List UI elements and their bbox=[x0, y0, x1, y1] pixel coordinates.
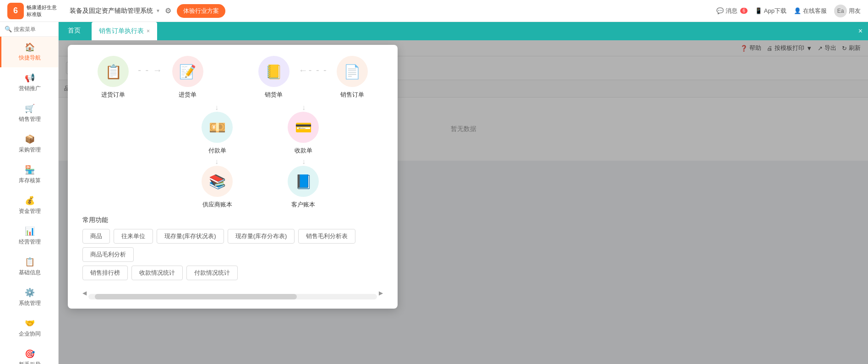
tab-bar: 首页 销售订单执行表 × × bbox=[59, 22, 868, 40]
download-icon: 📱 bbox=[755, 7, 762, 14]
payment-label: 付款单 bbox=[208, 147, 226, 155]
btn-receipt-stat[interactable]: 收款情况统计 bbox=[131, 266, 183, 280]
sidebar-item-purchase[interactable]: 📦 采购管理 bbox=[0, 129, 58, 159]
sidebar: 🔍 🏠 快捷导航 📢 营销推广 🛒 销售管理 📦 采购管理 🏪 库存核 bbox=[0, 22, 59, 364]
flow-node-payment[interactable]: 💴 付款单 bbox=[202, 112, 233, 155]
down-arrow-purchase: ↓ bbox=[215, 103, 218, 112]
settings-icon[interactable]: ⚙ bbox=[165, 6, 171, 15]
message-icon: 💬 bbox=[716, 7, 724, 14]
modal-overlay[interactable]: 📋 进货订单 - - → 📝 进货单 bbox=[59, 40, 868, 364]
tab-close-icon[interactable]: × bbox=[147, 28, 150, 34]
dashed-arrow-left: ←- - - bbox=[299, 65, 328, 76]
sales-order-icon: 📄 bbox=[337, 56, 368, 87]
search-bar[interactable]: 🔍 bbox=[0, 22, 58, 37]
marketing-icon: 📢 bbox=[25, 73, 35, 83]
content-area: 首页 销售订单执行表 × × ❓ 帮助 🖨 按模板打印 bbox=[59, 22, 868, 364]
system-dropdown-icon[interactable]: ▼ bbox=[156, 8, 160, 13]
inventory-icon: 🏪 bbox=[25, 165, 35, 175]
sidebar-item-system[interactable]: ⚙️ 系统管理 bbox=[0, 282, 58, 313]
payment-icon: 💴 bbox=[202, 112, 233, 143]
sales-bill-label: 销货单 bbox=[265, 91, 283, 99]
sales-order-label: 销售订单 bbox=[340, 91, 364, 99]
system-title: 装备及固定资产辅助管理系统 ▼ bbox=[70, 7, 160, 15]
receipt-label: 收款单 bbox=[295, 147, 312, 155]
tab-sales-order[interactable]: 销售订单执行表 × bbox=[92, 22, 157, 40]
flow-node-supplier-ledger[interactable]: 📚 供应商账本 bbox=[202, 166, 233, 209]
receipt-icon: 💳 bbox=[288, 112, 319, 143]
btn-trading-unit[interactable]: 往来单位 bbox=[114, 229, 153, 244]
message-badge: 6 bbox=[740, 8, 748, 14]
sales-bill-down: ↓ bbox=[278, 103, 329, 112]
trial-button[interactable]: 体验行业方案 bbox=[177, 4, 225, 18]
sidebar-item-sales[interactable]: 🛒 销售管理 bbox=[0, 98, 58, 129]
btn-stock-dist[interactable]: 现存量(库存分布表) bbox=[228, 229, 295, 244]
sidebar-item-enterprise[interactable]: 🤝 企业协同 bbox=[0, 313, 58, 343]
finance-icon: 💰 bbox=[25, 196, 35, 206]
avatar: Ea bbox=[834, 5, 847, 17]
modal-scrollbar-thumb bbox=[95, 294, 297, 299]
btn-product[interactable]: 商品 bbox=[82, 229, 110, 244]
sidebar-item-marketing[interactable]: 📢 营销推广 bbox=[0, 67, 58, 98]
customer-ledger-icon: 📘 bbox=[288, 166, 319, 197]
message-button[interactable]: 💬 消息 6 bbox=[716, 7, 748, 15]
app-wrapper: 6 畅康通好生意 标准版 装备及固定资产辅助管理系统 ▼ ⚙ 体验行业方案 💬 … bbox=[0, 0, 868, 364]
quick-nav-icon: 🏠 bbox=[25, 42, 35, 52]
search-input[interactable] bbox=[14, 26, 54, 33]
online-service-button[interactable]: 👤 在线客服 bbox=[794, 7, 827, 15]
btn-stock-status[interactable]: 现存量(库存状况表) bbox=[157, 229, 224, 244]
app-download-button[interactable]: 📱 App下载 bbox=[755, 7, 786, 15]
tab-home[interactable]: 首页 bbox=[59, 22, 90, 40]
flow-diagram-row3: 📚 供应商账本 📘 客户账本 bbox=[82, 166, 383, 209]
purchase-icon: 📦 bbox=[25, 134, 35, 144]
scroll-right-arrow[interactable]: ▶ bbox=[379, 290, 383, 296]
scroll-left-arrow[interactable]: ◀ bbox=[82, 290, 87, 296]
sidebar-item-basic-info[interactable]: 📋 基础信息 bbox=[0, 251, 58, 282]
top-bar: 6 畅康通好生意 标准版 装备及固定资产辅助管理系统 ▼ ⚙ 体验行业方案 💬 … bbox=[0, 0, 868, 22]
flow-node-purchase-bill[interactable]: 📝 进货单 bbox=[172, 56, 203, 99]
service-icon: 👤 bbox=[794, 7, 801, 14]
sidebar-item-operations[interactable]: 📊 经营管理 bbox=[0, 221, 58, 251]
system-icon: ⚙️ bbox=[25, 288, 35, 298]
search-icon: 🔍 bbox=[5, 26, 12, 33]
flow-diagram-row2: 💴 付款单 💳 收款单 bbox=[82, 112, 383, 155]
dashed-arrow-right: - - → bbox=[138, 65, 163, 76]
page-content: ❓ 帮助 🖨 按模板打印 ▼ ↗ 导出 ↻ 刷新 bbox=[59, 40, 868, 364]
flow-node-sales-order[interactable]: 📄 销售订单 bbox=[337, 56, 368, 99]
flow-node-customer-ledger[interactable]: 📘 客户账本 bbox=[288, 166, 319, 209]
btn-sales-rank[interactable]: 销售排行榜 bbox=[82, 266, 128, 280]
flow-down-arrows-row: ↓ ↓ bbox=[82, 103, 383, 112]
flow-node-receipt[interactable]: 💳 收款单 bbox=[288, 112, 319, 155]
btn-sales-profit[interactable]: 销售毛利分析表 bbox=[298, 229, 355, 244]
flow-node-sales-bill[interactable]: 📒 销货单 bbox=[258, 56, 289, 99]
flow-diagram-row1: 📋 进货订单 - - → 📝 进货单 bbox=[82, 56, 383, 99]
down-arrow-sales: ↓ bbox=[302, 103, 306, 112]
basic-info-icon: 📋 bbox=[25, 257, 35, 267]
top-right-actions: 💬 消息 6 📱 App下载 👤 在线客服 Ea 用友 bbox=[716, 5, 861, 17]
system-title-text: 装备及固定资产辅助管理系统 bbox=[70, 7, 153, 15]
modal-scrollbar[interactable] bbox=[88, 294, 377, 299]
sales-bill-icon: 📒 bbox=[258, 56, 289, 87]
purchase-bill-label: 进货单 bbox=[179, 91, 197, 99]
arrow-purchase: - - → bbox=[138, 65, 163, 76]
btn-payment-stat[interactable]: 付款情况统计 bbox=[186, 266, 238, 280]
common-functions-title: 常用功能 bbox=[82, 216, 383, 224]
btn-product-profit[interactable]: 商品毛利分析 bbox=[82, 247, 134, 262]
common-buttons-row2: 销售排行榜 收款情况统计 付款情况统计 bbox=[82, 266, 383, 280]
sales-icon: 🛒 bbox=[25, 103, 35, 114]
sidebar-item-guide[interactable]: 🎯 新手引导 bbox=[0, 343, 58, 364]
sidebar-item-finance[interactable]: 💰 资金管理 bbox=[0, 190, 58, 221]
sidebar-item-inventory[interactable]: 🏪 库存核算 bbox=[0, 159, 58, 190]
arrow-sales: ←- - - bbox=[299, 65, 328, 76]
purchase-order-icon: 📋 bbox=[98, 56, 129, 87]
tab-bar-close-button[interactable]: × bbox=[858, 27, 863, 35]
logo-area: 6 畅康通好生意 标准版 bbox=[7, 3, 66, 19]
guide-icon: 🎯 bbox=[25, 349, 35, 359]
operations-icon: 📊 bbox=[25, 226, 35, 236]
supplier-ledger-icon: 📚 bbox=[202, 166, 233, 197]
enterprise-icon: 🤝 bbox=[25, 318, 35, 328]
sidebar-item-quick-nav[interactable]: 🏠 快捷导航 bbox=[0, 37, 58, 67]
flow-node-purchase-order[interactable]: 📋 进货订单 bbox=[98, 56, 129, 99]
user-menu[interactable]: Ea 用友 bbox=[834, 5, 861, 17]
modal-dialog: 📋 进货订单 - - → 📝 进货单 bbox=[68, 45, 398, 309]
supplier-ledger-label: 供应商账本 bbox=[202, 201, 232, 209]
